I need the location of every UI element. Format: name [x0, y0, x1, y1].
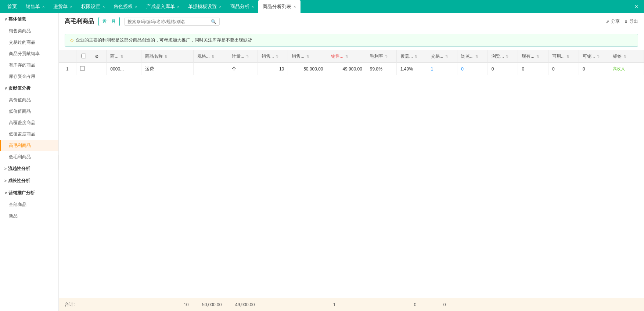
th-transaction[interactable]: 交易... ⇅ [427, 50, 457, 63]
th-spec[interactable]: 规格... ⇅ [193, 50, 228, 63]
table-wrapper[interactable]: ⚙ 商... ⇅ 商品名称 ⇅ 规格... ⇅ 计量... ⇅ 销售... ⇅ … [59, 50, 644, 311]
nav-tab-权限设置[interactable]: 权限设置× [77, 0, 109, 13]
th-sales-profit[interactable]: 销售... ⇅ [327, 50, 366, 63]
sidebar-item-低覆盖度商品[interactable]: 低覆盖度商品 [0, 129, 58, 140]
th-browse2[interactable]: 浏览... ⇅ [488, 50, 518, 63]
footer-sales-profit: 49,900.00 [225, 302, 258, 307]
footer-available-stock: 0 [420, 302, 449, 307]
close-tab-权限设置[interactable]: × [102, 4, 105, 9]
th-unit[interactable]: 计量... ⇅ [228, 50, 258, 63]
nav-tab-单据模板设置[interactable]: 单据模板设置× [184, 0, 226, 13]
data-table: ⚙ 商... ⇅ 商品名称 ⇅ 规格... ⇅ 计量... ⇅ 销售... ⇅ … [59, 50, 644, 75]
sidebar-item-交易过的商品[interactable]: 交易过的商品 [0, 37, 58, 48]
sidebar-group-arrow: ∨ [4, 86, 7, 90]
info-text: 企业的主要的利润都是这部分商品创造的，可考虑加大推广，同时关注库存是不要出现缺货 [76, 37, 252, 43]
sidebar-group-arrow: ∨ [4, 191, 7, 195]
th-sales-count[interactable]: 销售... ⇅ [258, 50, 288, 63]
table-settings-icon[interactable]: ⚙ [95, 54, 99, 59]
table-header-row: ⚙ 商... ⇅ 商品名称 ⇅ 规格... ⇅ 计量... ⇅ 销售... ⇅ … [59, 50, 644, 63]
th-gross-margin[interactable]: 毛利率 ⇅ [366, 50, 396, 63]
close-tab-商品分析[interactable]: × [252, 4, 254, 9]
cell-sellable-stock: 0 [579, 63, 609, 75]
cell-checkbox[interactable] [76, 63, 91, 75]
close-tab-商品分析列表[interactable]: × [294, 4, 296, 9]
th-sales-amount[interactable]: 销售... ⇅ [288, 50, 327, 63]
footer-transaction: 1 [310, 302, 339, 307]
sidebar-item-低毛利商品[interactable]: 低毛利商品 [0, 151, 58, 163]
th-current-stock[interactable]: 现有... ⇅ [518, 50, 548, 63]
sidebar-item-高覆盖度商品[interactable]: 高覆盖度商品 [0, 117, 58, 129]
sidebar-group-贡献值分析[interactable]: ∨贡献值分析 [0, 82, 58, 94]
cell-transaction-link[interactable]: 1 [431, 66, 433, 72]
sidebar-group-arrow: > [4, 167, 7, 171]
sidebar-group-整体信息[interactable]: ∨整体信息 [0, 13, 58, 25]
share-icon: ⬀ [606, 19, 609, 24]
th-name[interactable]: 商品名称 ⇅ [141, 50, 193, 63]
export-button[interactable]: ⬇ 导出 [624, 18, 638, 25]
close-tab-产成品入库单[interactable]: × [177, 4, 179, 9]
sidebar-group-label: 流趋性分析 [8, 166, 30, 172]
cell-browse1-link[interactable]: 0 [461, 66, 464, 72]
nav-tab-角色授权[interactable]: 角色授权× [109, 0, 141, 13]
cell-browse2: 0 [488, 63, 518, 75]
search-input[interactable] [127, 19, 209, 24]
th-tag[interactable]: 标签 ⇅ [609, 50, 644, 63]
cell-current-stock: 0 [518, 63, 548, 75]
table-footer: 合计: 10 50,000.00 49,900.00 1 0 0 [59, 298, 644, 311]
th-available-stock[interactable]: 可用... ⇅ [548, 50, 579, 63]
sidebar-group-label: 成长性分析 [8, 178, 30, 184]
cell-name: 运费 [141, 63, 193, 75]
export-icon: ⬇ [624, 19, 628, 24]
close-tab-进货单[interactable]: × [70, 4, 72, 9]
search-icon[interactable]: 🔍 [211, 19, 216, 24]
th-browse1[interactable]: 浏览... ⇅ [457, 50, 488, 63]
time-filter-button[interactable]: 近一月 [98, 17, 120, 26]
sidebar-item-销售类商品[interactable]: 销售类商品 [0, 25, 58, 37]
th-coverage[interactable]: 覆盖... ⇅ [396, 50, 427, 63]
sidebar-item-全部商品[interactable]: 全部商品 [0, 199, 58, 210]
sidebar-group-成长性分析[interactable]: >成长性分析 [0, 175, 58, 187]
top-nav: 首页销售单×进货单×权限设置×角色授权×产成品入库单×单据模板设置×商品分析×商… [0, 0, 644, 13]
cell-sales-profit: 49,900.00 [327, 63, 366, 75]
sidebar-group-流趋性分析[interactable]: >流趋性分析 [0, 163, 58, 175]
footer-current-stock: 0 [391, 302, 420, 307]
content-header: 高毛利商品 近一月 🔍 ⬀ 分享 ⬇ 导出 [59, 13, 644, 30]
th-code[interactable]: 商... ⇅ [107, 50, 141, 63]
sidebar-group-label: 营销推广分析 [8, 190, 35, 196]
th-checkbox [76, 50, 91, 63]
sidebar-item-商品分贡献销率[interactable]: 商品分贡献销率 [0, 48, 58, 59]
nav-tab-进货单[interactable]: 进货单× [49, 0, 76, 13]
sidebar-item-库存资金占用[interactable]: 库存资金占用 [0, 71, 58, 82]
select-all-checkbox[interactable] [81, 54, 86, 58]
cell-unit: 个 [228, 63, 258, 75]
cell-browse1[interactable]: 0 [457, 63, 488, 75]
nav-tab-商品分析[interactable]: 商品分析× [226, 0, 258, 13]
close-tab-销售单[interactable]: × [42, 4, 44, 9]
content-area: 高毛利商品 近一月 🔍 ⬀ 分享 ⬇ 导出 ◇ 企业的主要的利润都是这部分商品创… [59, 13, 644, 311]
info-banner: ◇ 企业的主要的利润都是这部分商品创造的，可考虑加大推广，同时关注库存是不要出现… [65, 34, 638, 47]
cell-no: 1 [59, 63, 76, 75]
close-tab-角色授权[interactable]: × [135, 4, 137, 9]
sidebar-item-新品[interactable]: 新品 [0, 210, 58, 222]
sidebar-item-高价值商品[interactable]: 高价值商品 [0, 94, 58, 106]
sidebar-group-营销推广分析[interactable]: ∨营销推广分析 [0, 187, 58, 199]
cell-transaction[interactable]: 1 [427, 63, 457, 75]
nav-tab-产成品入库单[interactable]: 产成品入库单× [142, 0, 184, 13]
row-checkbox[interactable] [80, 66, 85, 71]
sidebar-item-低价值商品[interactable]: 低价值商品 [0, 106, 58, 117]
main-container: « ∨整体信息销售类商品交易过的商品商品分贡献销率有库存的商品库存资金占用∨贡献… [0, 13, 644, 311]
sidebar-item-高毛利商品[interactable]: 高毛利商品 [0, 140, 58, 151]
nav-tab-销售单[interactable]: 销售单× [21, 0, 49, 13]
sidebar-item-有库存的商品[interactable]: 有库存的商品 [0, 59, 58, 71]
cell-sales-amount: 50,000.00 [288, 63, 327, 75]
nav-tab-首页[interactable]: 首页 [3, 0, 21, 13]
close-tab-单据模板设置[interactable]: × [219, 4, 221, 9]
sidebar-collapse-btn[interactable]: « [58, 155, 59, 170]
th-settings[interactable]: ⚙ [91, 50, 107, 63]
nav-tab-商品分析列表[interactable]: 商品分析列表× [258, 0, 300, 13]
cell-spec [193, 63, 228, 75]
th-sellable-stock[interactable]: 可销... ⇅ [579, 50, 609, 63]
sidebar-group-label: 整体信息 [8, 16, 26, 22]
share-button[interactable]: ⬀ 分享 [606, 18, 620, 25]
close-all-tabs[interactable]: × [632, 3, 641, 10]
